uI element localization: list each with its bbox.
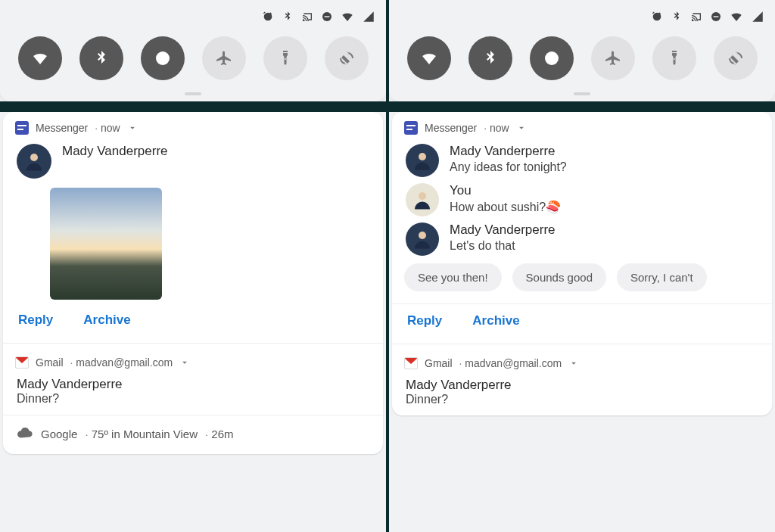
bluetooth-icon xyxy=(671,11,683,26)
weather-summary: 75º in Mountain View xyxy=(85,428,198,440)
sender-avatar xyxy=(17,144,51,179)
qs-flashlight-tile[interactable] xyxy=(652,36,696,80)
quick-settings-tiles xyxy=(389,32,775,91)
messenger-notification[interactable]: Messenger now Mady Vanderperre Reply Arc… xyxy=(3,112,383,454)
chevron-down-icon[interactable] xyxy=(179,357,190,368)
alarm-icon xyxy=(651,11,663,26)
sender-name: Mady Vanderperre xyxy=(450,144,567,159)
qs-autorotate-tile[interactable] xyxy=(714,36,758,80)
messenger-app-icon xyxy=(15,121,29,135)
cloud-icon xyxy=(17,425,33,443)
thread-message: You How about sushi?🍣 xyxy=(392,180,772,219)
quick-settings-shade xyxy=(389,0,775,101)
sender-name: You xyxy=(450,183,561,198)
shade-drag-handle[interactable] xyxy=(185,92,201,95)
email-sender: Mady Vanderperre xyxy=(392,376,772,393)
timestamp: now xyxy=(95,122,120,134)
qs-airplane-tile[interactable] xyxy=(591,36,635,80)
messenger-notification[interactable]: Messenger now Mady Vanderperre Any ideas… xyxy=(392,112,772,415)
smart-reply-chip[interactable]: See you then! xyxy=(404,263,502,291)
self-avatar xyxy=(406,183,439,216)
quick-settings-tiles xyxy=(0,32,386,91)
sender-avatar xyxy=(406,222,439,256)
qs-wifi-tile[interactable] xyxy=(407,36,451,80)
dnd-icon xyxy=(710,11,722,26)
smart-reply-chip[interactable]: Sounds good xyxy=(512,263,606,291)
sender-name: Mady Vanderperre xyxy=(450,222,556,238)
thread-message: Mady Vanderperre Let's do that xyxy=(392,219,772,259)
messenger-app-icon xyxy=(404,121,418,135)
bluetooth-icon xyxy=(282,11,294,26)
sender-name: Mady Vanderperre xyxy=(62,144,168,159)
cast-icon xyxy=(690,11,702,26)
message-text: Any ideas for tonight? xyxy=(450,160,567,174)
qs-dnd-tile[interactable] xyxy=(530,36,574,80)
smart-reply-row: See you then! Sounds good Sorry, I can't xyxy=(392,259,772,299)
qs-airplane-tile[interactable] xyxy=(202,36,246,80)
thread-message: Mady Vanderperre Any ideas for tonight? xyxy=(392,141,772,180)
chevron-down-icon[interactable] xyxy=(127,123,138,133)
app-name: Messenger xyxy=(36,122,88,134)
notification-actions: Reply Archive xyxy=(392,303,772,341)
message-text: Let's do that xyxy=(450,239,556,253)
cast-icon xyxy=(301,11,313,26)
chevron-down-icon[interactable] xyxy=(516,123,527,133)
smart-reply-chip[interactable]: Sorry, I can't xyxy=(617,263,707,291)
qs-bluetooth-tile[interactable] xyxy=(79,36,123,80)
notification-header[interactable]: Messenger now xyxy=(392,112,772,141)
app-name: Gmail xyxy=(36,356,64,369)
email-sender: Mady Vanderperre xyxy=(3,375,383,392)
shade-drag-handle[interactable] xyxy=(574,92,590,95)
app-name: Gmail xyxy=(425,357,453,369)
message-image-attachment[interactable] xyxy=(50,188,162,300)
gmail-header[interactable]: Gmail madvan@gmail.com xyxy=(3,347,383,375)
wallpaper-gap xyxy=(389,101,775,112)
right-pane: Messenger now Mady Vanderperre Any ideas… xyxy=(389,0,775,532)
qs-wifi-tile[interactable] xyxy=(18,36,62,80)
archive-button[interactable]: Archive xyxy=(472,313,519,328)
divider xyxy=(3,343,383,344)
dnd-icon xyxy=(321,11,333,26)
message-row: Mady Vanderperre xyxy=(3,141,383,182)
gmail-app-icon xyxy=(15,356,29,369)
qs-dnd-tile[interactable] xyxy=(141,36,185,80)
reply-button[interactable]: Reply xyxy=(407,313,442,328)
email-subject: Dinner? xyxy=(392,393,772,415)
age-label: 26m xyxy=(205,428,234,440)
email-subject: Dinner? xyxy=(3,392,383,415)
notification-actions: Reply Archive xyxy=(3,303,383,340)
google-summary-row[interactable]: Google 75º in Mountain View 26m xyxy=(3,415,383,454)
status-bar xyxy=(0,5,386,32)
sender-avatar xyxy=(406,144,439,177)
gmail-header[interactable]: Gmail madvan@gmail.com xyxy=(392,347,772,376)
message-text: How about sushi?🍣 xyxy=(450,200,561,214)
account-label: madvan@gmail.com xyxy=(70,356,173,369)
qs-flashlight-tile[interactable] xyxy=(263,36,307,80)
status-bar xyxy=(389,5,775,32)
divider xyxy=(392,344,772,344)
wifi-icon xyxy=(341,10,354,26)
app-name: Google xyxy=(41,428,77,440)
wallpaper-gap xyxy=(0,101,386,112)
left-pane: Messenger now Mady Vanderperre Reply Arc… xyxy=(0,0,386,532)
timestamp: now xyxy=(484,122,509,134)
alarm-icon xyxy=(262,11,274,26)
account-label: madvan@gmail.com xyxy=(459,357,562,369)
quick-settings-shade xyxy=(0,0,386,101)
wifi-icon xyxy=(730,10,743,26)
cellular-icon xyxy=(362,10,375,26)
qs-bluetooth-tile[interactable] xyxy=(468,36,512,80)
archive-button[interactable]: Archive xyxy=(83,313,130,328)
gmail-app-icon xyxy=(404,356,418,370)
app-name: Messenger xyxy=(425,122,477,134)
notification-header[interactable]: Messenger now xyxy=(3,112,383,141)
chevron-down-icon[interactable] xyxy=(568,358,579,369)
cellular-icon xyxy=(751,10,764,26)
qs-autorotate-tile[interactable] xyxy=(325,36,369,80)
reply-button[interactable]: Reply xyxy=(18,313,53,328)
